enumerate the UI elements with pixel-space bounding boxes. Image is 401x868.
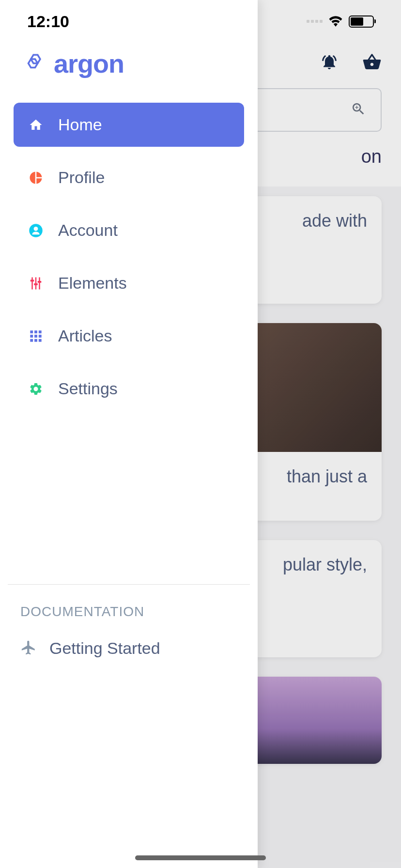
drawer-item-getting-started[interactable]: Getting Started xyxy=(0,629,258,667)
status-time: 12:10 xyxy=(27,12,69,31)
svg-rect-10 xyxy=(39,339,42,341)
svg-rect-2 xyxy=(30,330,33,333)
home-indicator[interactable] xyxy=(135,855,266,860)
svg-rect-5 xyxy=(30,335,33,338)
svg-point-1 xyxy=(34,226,38,231)
drawer-section-label: DOCUMENTATION xyxy=(0,599,258,629)
drawer-item-label: Elements xyxy=(58,274,127,293)
svg-rect-8 xyxy=(30,339,33,341)
app-logo[interactable]: argon xyxy=(0,48,258,78)
plane-icon xyxy=(20,639,37,658)
drawer-item-elements[interactable]: Elements xyxy=(14,261,244,305)
drawer-divider xyxy=(8,584,250,585)
drawer-item-settings[interactable]: Settings xyxy=(14,367,244,411)
hexagon-logo-icon xyxy=(27,52,47,75)
home-icon xyxy=(28,117,44,133)
sliders-icon xyxy=(28,276,44,291)
drawer-item-label: Getting Started xyxy=(49,639,160,658)
drawer-item-label: Articles xyxy=(58,326,112,345)
svg-rect-7 xyxy=(39,335,42,338)
drawer-item-label: Profile xyxy=(58,168,105,187)
pie-icon xyxy=(28,170,44,186)
drawer-item-account[interactable]: Account xyxy=(14,208,244,252)
drawer-item-label: Account xyxy=(58,221,118,240)
person-icon xyxy=(28,223,44,238)
drawer-item-label: Settings xyxy=(58,379,118,398)
drawer-item-home[interactable]: Home xyxy=(14,103,244,147)
drawer-item-profile[interactable]: Profile xyxy=(14,155,244,200)
battery-icon xyxy=(349,16,374,28)
svg-rect-6 xyxy=(34,335,37,338)
grid-icon xyxy=(28,328,44,344)
navigation-drawer: argon Home Profile Account xyxy=(0,0,258,868)
status-bar: 12:10 xyxy=(0,0,401,43)
drawer-item-label: Home xyxy=(58,115,102,134)
signal-icon xyxy=(307,20,323,23)
svg-rect-3 xyxy=(34,330,37,333)
svg-rect-9 xyxy=(34,339,37,341)
app-logo-text: argon xyxy=(54,48,124,78)
svg-rect-4 xyxy=(39,330,42,333)
drawer-item-articles[interactable]: Articles xyxy=(14,314,244,358)
wifi-icon xyxy=(328,16,343,27)
gear-icon xyxy=(28,381,44,397)
